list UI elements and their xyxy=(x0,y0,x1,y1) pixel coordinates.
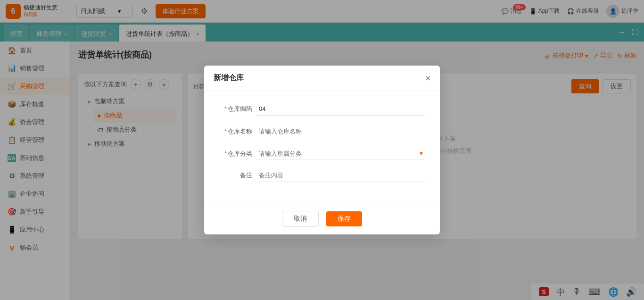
warehouse-code-label: *仓库编码 xyxy=(219,105,257,113)
category-required-star: * xyxy=(224,150,227,157)
warehouse-category-label: *仓库分类 xyxy=(219,150,257,158)
warehouse-category-select-row[interactable]: ▾ xyxy=(257,148,425,159)
warehouse-name-input[interactable] xyxy=(257,125,425,138)
modal-close-button[interactable]: × xyxy=(425,74,430,83)
warehouse-code-row: *仓库编码 xyxy=(219,102,425,116)
cancel-button[interactable]: 取消 xyxy=(282,211,319,227)
modal-footer: 取消 保存 xyxy=(204,203,440,234)
modal-overlay: 新增仓库 × *仓库编码 *仓库名称 *仓库分类 xyxy=(0,0,644,300)
code-required-star: * xyxy=(224,105,227,112)
warehouse-remark-label: 备注 xyxy=(219,171,257,180)
modal-body: *仓库编码 *仓库名称 *仓库分类 ▾ xyxy=(204,91,440,203)
warehouse-category-row: *仓库分类 ▾ xyxy=(219,148,425,159)
category-dropdown-icon: ▾ xyxy=(420,150,423,157)
warehouse-name-label: *仓库名称 xyxy=(219,127,257,136)
warehouse-remark-input[interactable] xyxy=(257,169,425,182)
warehouse-remark-row: 备注 xyxy=(219,169,425,182)
new-warehouse-modal: 新增仓库 × *仓库编码 *仓库名称 *仓库分类 xyxy=(204,66,440,234)
warehouse-name-row: *仓库名称 xyxy=(219,125,425,138)
name-required-star: * xyxy=(224,128,227,135)
save-button[interactable]: 保存 xyxy=(326,211,362,226)
warehouse-code-input[interactable] xyxy=(257,102,425,116)
warehouse-category-input[interactable] xyxy=(259,150,420,157)
modal-title: 新增仓库 xyxy=(214,73,244,83)
modal-header: 新增仓库 × xyxy=(204,66,440,91)
